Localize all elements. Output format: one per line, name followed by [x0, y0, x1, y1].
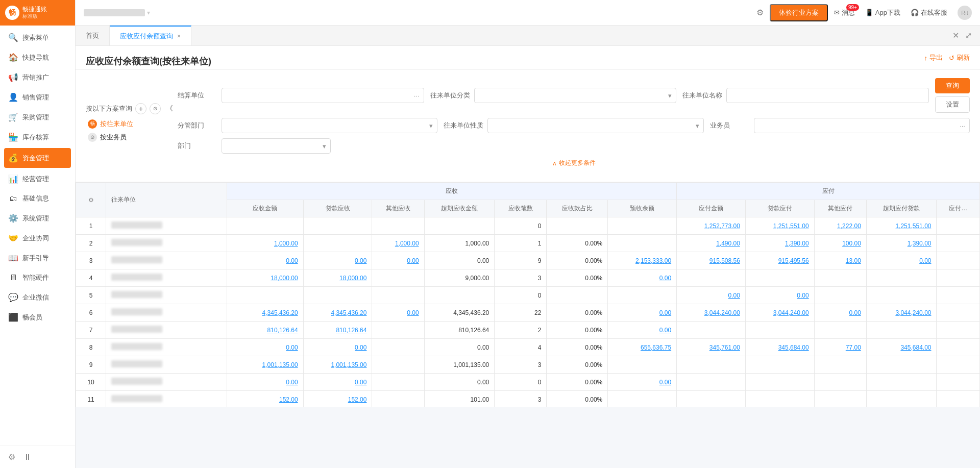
- sidebar-item-corp[interactable]: 🤝 企业协同: [0, 228, 75, 248]
- marketing-icon: 📢: [8, 72, 18, 82]
- scheme-by-staff[interactable]: ⊙ 按业务员: [86, 132, 178, 143]
- filter-area: 按以下方案查询 + ⊙ 《 畅 按往来单位 ⊙: [76, 70, 980, 182]
- breadcrumb: ▾: [84, 9, 750, 16]
- sidebar-item-basic[interactable]: 🗂 基础信息: [0, 189, 75, 208]
- table-row: 11 152.00 152.00 101.00 3 0.00%: [76, 391, 980, 407]
- sidebar-item-label: 快捷导航: [22, 53, 49, 62]
- sidebar-item-purchase[interactable]: 🛒 采购管理: [0, 107, 75, 127]
- export-label: 导出: [929, 53, 943, 62]
- table-area: ⚙ 往来单位 应收 应付 应收金额 贷款应收 其他应收 超期应收金额: [76, 182, 980, 407]
- dept-input[interactable]: ▾: [222, 138, 331, 154]
- filter-left-collapse-button[interactable]: 《: [164, 103, 175, 114]
- filter-section-label: 按以下方案查询: [86, 104, 132, 113]
- table-row: 5 0 0.00 0.00: [76, 287, 980, 304]
- filter-add-button[interactable]: +: [135, 103, 146, 114]
- partner-nature-input[interactable]: ▾: [487, 118, 703, 133]
- messages-button[interactable]: ✉ 消息 99+: [834, 8, 855, 17]
- table-row: 6 4,345,436.20 4,345,436.20 0.00 4,345,4…: [76, 304, 980, 322]
- hardware-icon: 🖥: [8, 273, 18, 282]
- col-ar-overdue: 超期应收金额: [424, 200, 495, 217]
- sidebar-item-guide[interactable]: 📖 新手引导: [0, 248, 75, 268]
- sidebar-item-label: 系统管理: [22, 214, 49, 223]
- sidebar-item-label: 销售管理: [22, 93, 49, 102]
- export-button[interactable]: ↑ 导出: [924, 53, 943, 62]
- user-avatar[interactable]: Rit: [958, 6, 972, 20]
- sidebar-item-member[interactable]: ⬛ 畅会员: [0, 307, 75, 327]
- col-ar-count: 应收笔数: [495, 200, 547, 217]
- home-icon: 🏠: [8, 53, 18, 62]
- collapse-label: 收起更多条件: [559, 159, 596, 167]
- export-icon: ↑: [924, 54, 928, 62]
- promo-button[interactable]: 体验行业方案: [770, 4, 828, 21]
- col-ap-loan: 贷款应付: [745, 200, 814, 217]
- refresh-button[interactable]: ↺ 刷新: [949, 53, 970, 62]
- sidebar-item-label: 基础信息: [22, 194, 49, 203]
- sidebar-item-system[interactable]: ⚙️ 系统管理: [0, 208, 75, 228]
- col-partner-header: 往来单位: [106, 183, 227, 217]
- app-download-button[interactable]: 📱 App下载: [865, 8, 900, 17]
- table-row: 1 0 1,252,773.00 1,251,551.00 1,222.00 1…: [76, 217, 980, 235]
- partner-nature-label: 往来单位性质: [444, 121, 484, 130]
- filter-row-1: 结算单位 ··· 往来单位分类 ▾: [178, 78, 970, 113]
- sidebar-item-marketing[interactable]: 📢 营销推广: [0, 67, 75, 87]
- filter-scheme-selector: 按以下方案查询 + ⊙ 《 畅 按往来单位 ⊙: [86, 103, 178, 143]
- sidebar-item-inventory[interactable]: 🏪 库存核算: [0, 127, 75, 147]
- service-icon: 🎧: [911, 9, 919, 16]
- sidebar-item-quick-nav[interactable]: 🏠 快捷导航: [0, 47, 75, 67]
- inventory-icon: 🏪: [8, 132, 18, 142]
- page-header: 应收应付余额查询(按往来单位) ↑ 导出 ↺ 刷新: [76, 46, 980, 70]
- scheme-by-unit[interactable]: 畅 按往来单位: [86, 118, 178, 130]
- salesperson-input[interactable]: ···: [754, 118, 970, 133]
- finance-icon: 💰: [8, 153, 18, 163]
- tab-active-query[interactable]: 应收应付余额查询 ×: [110, 26, 191, 45]
- sidebar-item-business[interactable]: 📊 经营管理: [0, 169, 75, 189]
- close-window-icon[interactable]: ✕: [952, 31, 959, 40]
- logo-icon: 畅: [5, 6, 19, 20]
- top-nav-right: ✉ 消息 99+ 📱 App下载 🎧 在线客服 Rit: [834, 6, 972, 20]
- sidebar-item-sales[interactable]: 👤 销售管理: [0, 87, 75, 107]
- sidebar-item-wechat[interactable]: 💬 企业微信: [0, 287, 75, 307]
- filter-scheme-settings-button[interactable]: ⊙: [150, 103, 161, 114]
- page-title: 应收应付余额查询(按往来单位): [86, 55, 211, 67]
- table-row: 9 1,001,135.00 1,001,135.00 1,001,135.00…: [76, 356, 980, 374]
- sidebar-item-finance[interactable]: 💰 资金管理: [4, 148, 71, 168]
- partner-type-input[interactable]: ▾: [474, 88, 677, 103]
- scheme-by-staff-label: 按业务员: [100, 133, 127, 142]
- main-area: ▾ ⚙ 体验行业方案 ✉ 消息 99+ 📱 App下载 🎧 在线客服 Rit: [76, 0, 980, 468]
- settlement-unit-label: 结算单位: [178, 91, 218, 100]
- filter-field-partner-name: 往来单位名称: [682, 88, 929, 103]
- scheme-by-unit-label: 按往来单位: [100, 119, 133, 129]
- tab-close-icon[interactable]: ×: [177, 33, 181, 40]
- table-settings-icon[interactable]: ⚙: [88, 196, 94, 204]
- download-icon: 📱: [865, 9, 873, 16]
- partner-name-label: 往来单位名称: [682, 91, 723, 100]
- refresh-label: 刷新: [957, 53, 970, 62]
- partner-name-input[interactable]: [726, 88, 929, 103]
- filter-row-3: 部门 ▾: [178, 138, 970, 154]
- dept-manage-input[interactable]: ▾: [222, 118, 437, 133]
- page-content: 应收应付余额查询(按往来单位) ↑ 导出 ↺ 刷新: [76, 46, 980, 468]
- sidebar-item-search[interactable]: 🔍 搜索菜单: [0, 28, 75, 47]
- dept-manage-label: 分管部门: [178, 121, 218, 130]
- member-icon: ⬛: [8, 312, 18, 322]
- table-row: 3 0.00 0.00 0.00 0.00 9 0.00% 2,153,333.…: [76, 252, 980, 269]
- scheme-by-staff-icon: ⊙: [88, 133, 97, 142]
- filter-field-partner-type: 往来单位分类 ▾: [430, 88, 677, 103]
- collapse-filters-button[interactable]: ∧ 收起更多条件: [178, 159, 970, 167]
- gear-icon[interactable]: ⚙: [756, 8, 764, 17]
- col-settings-header[interactable]: ⚙: [76, 183, 106, 217]
- table-container[interactable]: ⚙ 往来单位 应收 应付 应收金额 贷款应收 其他应收 超期应收金额: [76, 182, 980, 407]
- tab-home[interactable]: 首页: [76, 26, 110, 45]
- settlement-unit-input[interactable]: ···: [222, 88, 424, 103]
- filter-fields-area: 结算单位 ··· 往来单位分类 ▾: [178, 78, 970, 167]
- service-button[interactable]: 🎧 在线客服: [911, 8, 947, 17]
- query-button[interactable]: 查询: [935, 78, 970, 93]
- settings-button[interactable]: 设置: [935, 96, 970, 113]
- collapse-footer-icon[interactable]: ⏸: [23, 453, 32, 462]
- sidebar-footer: ⚙ ⏸: [0, 446, 75, 468]
- sidebar-item-hardware[interactable]: 🖥 智能硬件: [0, 268, 75, 287]
- settings-footer-icon[interactable]: ⚙: [8, 452, 15, 462]
- corp-icon: 🤝: [8, 233, 18, 243]
- business-icon: 📊: [8, 174, 18, 184]
- maximize-window-icon[interactable]: ⤢: [965, 31, 972, 40]
